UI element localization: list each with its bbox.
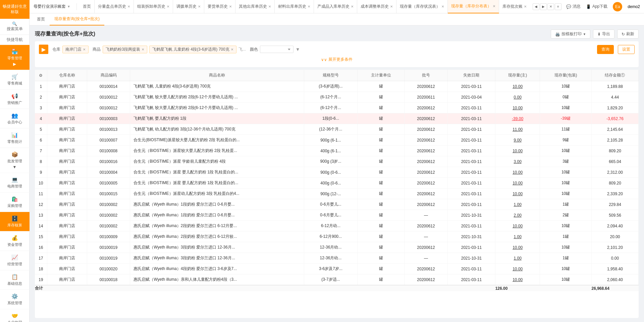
product-tag-close-0[interactable]: ✕	[142, 48, 144, 51]
sidebar-item-finance[interactable]: 💰 资金管理	[0, 231, 30, 251]
row-qty-main[interactable]: 9.00	[495, 135, 540, 146]
tab-close-icon[interactable]: ✕	[198, 5, 201, 8]
tab-prev-button[interactable]: ◀	[533, 3, 539, 10]
warehouse-tag-close[interactable]: ✕	[83, 48, 86, 51]
sidebar-item-ops[interactable]: 📈 经营管理	[0, 251, 30, 270]
tab-close-icon[interactable]: ✕	[127, 5, 130, 8]
sidebar-item-retail[interactable]: 🏪 零售管理 ▶	[0, 45, 30, 70]
color-select[interactable]	[260, 46, 293, 53]
row-qty-main[interactable]: 11.00	[495, 124, 540, 135]
row-qty-main[interactable]: 1.00	[495, 231, 540, 242]
sidebar-item-basic[interactable]: 📋 基础信息	[0, 270, 30, 290]
print-button[interactable]: 🖨️ 按模板打印 ▼	[551, 30, 590, 39]
tab-other-out[interactable]: 其他出库单历史 ✕	[235, 0, 275, 13]
sidebar-item-wholesale[interactable]: 📦 批发管理 ▼	[0, 148, 30, 173]
tab-close-icon[interactable]: ✕	[524, 5, 527, 8]
row-qty-pkg: 10罐	[540, 167, 592, 178]
table-row: 1 南岸门店 00100014 飞鹤星飞帆 儿童奶粉 4段(3-6岁适用) 70…	[35, 81, 639, 92]
row-qty-main[interactable]: 10.00	[495, 242, 540, 253]
subnav-inventory-query[interactable]: 现存量查询(按仓库+批次)	[50, 13, 104, 25]
col-settings[interactable]: ⚙	[35, 70, 47, 81]
query-button[interactable]: 查询	[597, 45, 614, 54]
subnav-home[interactable]: 首页	[32, 13, 50, 25]
app-download-button[interactable]: 📱 App下载	[586, 4, 607, 9]
row-code: 00100002	[87, 221, 130, 231]
export-button[interactable]: ⬇ 导出	[593, 30, 614, 39]
row-qty-main[interactable]: 3.00	[495, 156, 540, 167]
sidebar-item-corp[interactable]: 🤝 企业协同	[0, 309, 30, 322]
ecom-icon: 💻	[11, 176, 18, 183]
tab-mix[interactable]: 调拨单历史 ✕	[173, 0, 204, 13]
chevron-down-icon: ▼	[13, 165, 17, 169]
row-spec: (6-12个月...	[304, 103, 358, 113]
sidebar-item-ecom[interactable]: 💻 电商管理	[0, 173, 30, 193]
tab-close-icon[interactable]: ✕	[493, 4, 495, 8]
tab-product-in[interactable]: 产成品入库单历史 ✕	[314, 0, 357, 13]
row-qty-main[interactable]: 10.00	[495, 189, 540, 199]
color-dropdown-arrow[interactable]: ▼	[296, 47, 300, 52]
tab-inventory-dist[interactable]: 现存量（库存分布表） ✕	[448, 0, 499, 13]
row-qty-main[interactable]: 1.00	[495, 199, 540, 210]
product-tag-more[interactable]: 飞...	[238, 47, 246, 52]
tab-split[interactable]: 分量盘点单历史 ✕	[95, 0, 134, 13]
tab-close-icon[interactable]: ✕	[390, 5, 393, 8]
tab-close-icon[interactable]: ✕	[167, 5, 169, 8]
tab-cost-adjust[interactable]: 成本调整单历史 ✕	[357, 0, 396, 13]
account-title[interactable]: 母婴行业演示账套 ▼	[34, 4, 74, 9]
tab-next-button[interactable]: ▶	[540, 3, 547, 10]
row-qty-main[interactable]: 10.00	[495, 264, 540, 274]
filter-expand-toggle[interactable]: ▶	[39, 45, 48, 54]
tab-label: 要货单历史	[208, 4, 228, 9]
row-unit: 罐	[358, 103, 405, 113]
product-tag-close-1[interactable]: ✕	[231, 48, 233, 51]
row-amount: 2,094.40	[591, 221, 638, 231]
tab-inventory-status[interactable]: 现存量（库存状况表） ✕	[396, 0, 448, 13]
tab-requisition[interactable]: 要货单历史 ✕	[204, 0, 235, 13]
col-spec: 规格型号	[304, 70, 358, 81]
row-no: 8	[35, 156, 47, 167]
tab-menu-button[interactable]: ≡	[555, 3, 561, 10]
sub-nav: 首页 现存量查询(按仓库+批次)	[30, 13, 644, 25]
sidebar-item-shop[interactable]: 🛒 零售商城	[0, 70, 30, 90]
expand-conditions-button[interactable]: ∨∨ 展开更多条件	[321, 55, 353, 64]
chevron-down-icon: ∨∨	[321, 57, 327, 62]
row-qty-main[interactable]: 10.00	[495, 103, 540, 113]
row-qty-main[interactable]: 2.00	[495, 210, 540, 221]
row-qty-main[interactable]: 10.00	[495, 221, 540, 231]
row-qty-main[interactable]: 10.00	[495, 146, 540, 156]
tab-material-out[interactable]: 材料出库单历史 ✕	[275, 0, 314, 13]
sidebar-item-member[interactable]: 👥 会员中心	[0, 109, 30, 128]
row-qty-main[interactable]: 10.00	[495, 274, 540, 285]
tab-inventory-batch[interactable]: 库存批次账 ✕	[499, 0, 528, 13]
sidebar-item-purchase[interactable]: 🛍️ 采购管理	[0, 193, 30, 212]
sidebar-item-stats[interactable]: 📊 零售统计	[0, 128, 30, 148]
row-qty-main[interactable]: 10.00	[495, 167, 540, 178]
row-no: 12	[35, 199, 47, 210]
tab-disassemble[interactable]: 组装拆卸单历史 ✕	[134, 0, 173, 13]
column-settings-icon[interactable]: ⚙	[39, 73, 43, 78]
tab-home[interactable]: 首页	[79, 0, 95, 13]
messages-button[interactable]: 💬 消息	[566, 4, 581, 9]
tab-close-icon[interactable]: ✕	[229, 5, 232, 8]
settings-button[interactable]: 设置	[618, 45, 635, 54]
row-qty-main[interactable]: 1.00	[495, 253, 540, 264]
row-batch: 20200612	[405, 274, 448, 285]
sidebar-item-marketing[interactable]: 📢 营销推广	[0, 90, 30, 109]
tab-close-all-button[interactable]: ✕	[547, 3, 554, 10]
row-qty-main[interactable]: 10.00	[495, 81, 540, 92]
sidebar-item-inventory[interactable]: 🗄️ 库存核算	[0, 212, 30, 231]
tab-close-icon[interactable]: ✕	[268, 5, 271, 8]
sidebar-search[interactable]: 🔍 搜索英单	[0, 19, 30, 35]
row-qty-main[interactable]: -39.00	[495, 113, 540, 124]
row-qty-main[interactable]: 10.00	[495, 178, 540, 189]
sidebar-item-system[interactable]: ⚙️ 系统管理	[0, 290, 30, 309]
refresh-button[interactable]: ↻ 刷新	[617, 30, 639, 39]
row-qty-main[interactable]: 0.00	[495, 92, 540, 103]
row-expiry: 2021-03-11	[447, 178, 495, 189]
sidebar-quicknav[interactable]: 快捷导航	[0, 35, 30, 45]
tab-close-icon[interactable]: ✕	[351, 5, 354, 8]
tab-close-icon[interactable]: ✕	[441, 5, 444, 8]
user-avatar[interactable]: Ea	[613, 2, 622, 11]
tab-close-icon[interactable]: ✕	[308, 5, 310, 8]
row-qty-pkg: 2罐	[540, 210, 592, 221]
